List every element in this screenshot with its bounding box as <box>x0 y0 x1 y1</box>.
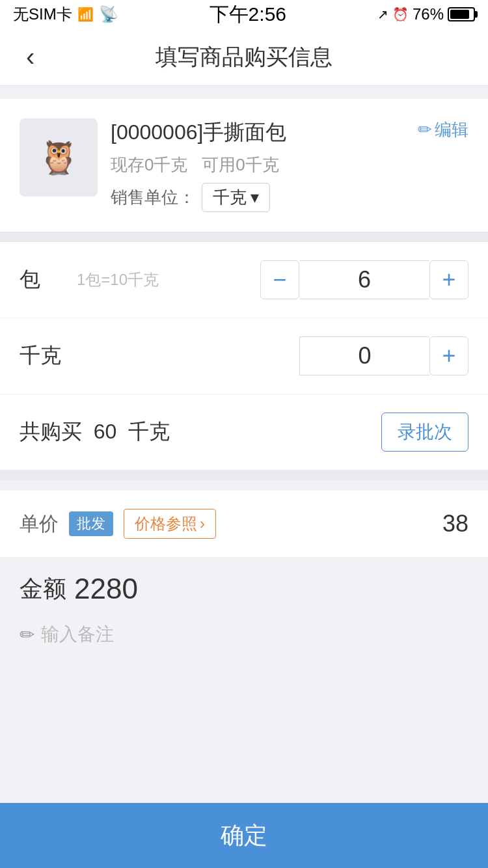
price-value: 38 <box>442 510 468 537</box>
kg-label: 千克 <box>20 342 72 370</box>
amount-label: 金额 <box>20 573 66 605</box>
available-label: 可用0千克 <box>202 155 278 174</box>
separator-1 <box>0 232 488 242</box>
price-ref-button[interactable]: 价格参照 › <box>124 509 216 539</box>
unit-prefix: 销售单位： <box>111 186 195 209</box>
product-info: [0000006]手撕面包 ✏ 编辑 现存0千克 可用0千克 销售单位： 千克 … <box>111 118 468 212</box>
price-ref-label: 价格参照 <box>135 513 197 534</box>
product-unit-row: 销售单位： 千克 ▾ <box>111 183 468 212</box>
pencil-icon: ✏ <box>20 624 34 645</box>
price-section: 单价 批发 价格参照 › 38 <box>0 491 488 557</box>
note-row[interactable]: ✏ 输入备注 <box>20 616 468 653</box>
kg-quantity-input[interactable] <box>299 336 429 375</box>
confirm-bar[interactable]: 确定 <box>0 803 488 868</box>
alarm-icon: ⏰ <box>392 7 409 22</box>
product-name: [0000006]手撕面包 <box>111 118 286 147</box>
summary-text: 共购买 60 千克 <box>20 418 170 446</box>
summary-unit: 千克 <box>128 420 170 443</box>
price-ref-arrow: › <box>200 515 205 533</box>
amount-row: 金额 2280 <box>20 573 468 605</box>
bag-label: 包 <box>20 265 72 294</box>
page-title: 填写商品购买信息 <box>156 42 332 72</box>
bag-hint: 1包=10千克 <box>77 269 260 290</box>
unit-selector[interactable]: 千克 ▾ <box>202 183 270 212</box>
edit-icon: ✏ <box>418 120 432 140</box>
amount-value: 2280 <box>74 573 138 605</box>
product-image: 🦉 <box>20 118 98 197</box>
summary-amount: 60 <box>94 420 117 443</box>
product-placeholder-icon: 🦉 <box>38 139 79 176</box>
product-stock: 现存0千克 可用0千克 <box>111 154 468 176</box>
status-left: 无SIM卡 📶 📡 <box>13 4 118 25</box>
confirm-label: 确定 <box>221 820 267 852</box>
bag-quantity-input[interactable] <box>299 260 429 299</box>
bag-quantity-control: − + <box>260 260 468 299</box>
batch-button[interactable]: 录批次 <box>381 413 468 452</box>
unit-value: 千克 <box>213 186 247 209</box>
edit-label: 编辑 <box>435 118 468 141</box>
location-icon: ↗ <box>377 7 388 22</box>
wifi-icon: 📡 <box>99 5 118 23</box>
status-time: 下午2:56 <box>210 1 286 28</box>
status-right: ↗ ⏰ 76% <box>377 5 475 23</box>
summary-prefix: 共购买 <box>20 420 82 443</box>
status-bar: 无SIM卡 📶 📡 下午2:56 ↗ ⏰ 76% <box>0 0 488 29</box>
nav-bar: ‹ 填写商品购买信息 <box>0 29 488 86</box>
back-button[interactable]: ‹ <box>20 36 41 78</box>
kg-plus-button[interactable]: + <box>429 336 468 375</box>
kg-quantity-row: 千克 + <box>0 318 488 394</box>
sim-icon: 📶 <box>77 7 94 22</box>
product-card: 🦉 [0000006]手撕面包 ✏ 编辑 现存0千克 可用0千克 销售单位： 千… <box>0 99 488 232</box>
stock-label: 现存0千克 <box>111 155 187 174</box>
battery-icon <box>448 7 475 21</box>
carrier-label: 无SIM卡 <box>13 4 72 25</box>
product-title: 手撕面包 <box>203 120 286 144</box>
product-code: [0000006] <box>111 120 203 144</box>
amount-section: 金额 2280 ✏ 输入备注 <box>0 557 488 664</box>
battery-percent: 76% <box>413 5 444 23</box>
edit-button[interactable]: ✏ 编辑 <box>418 118 468 141</box>
quantity-section: 包 1包=10千克 − + 千克 + <box>0 242 488 394</box>
price-label: 单价 <box>20 511 59 537</box>
bag-minus-button[interactable]: − <box>260 260 299 299</box>
bag-plus-button[interactable]: + <box>429 260 468 299</box>
summary-section: 共购买 60 千克 录批次 <box>0 394 488 470</box>
price-batch-tag: 批发 <box>69 511 113 536</box>
chevron-down-icon: ▾ <box>251 187 259 208</box>
kg-quantity-control: + <box>299 336 468 375</box>
bag-quantity-row: 包 1包=10千克 − + <box>0 242 488 318</box>
product-name-row: [0000006]手撕面包 ✏ 编辑 <box>111 118 468 154</box>
separator-2 <box>0 470 488 480</box>
note-placeholder: 输入备注 <box>41 622 114 647</box>
